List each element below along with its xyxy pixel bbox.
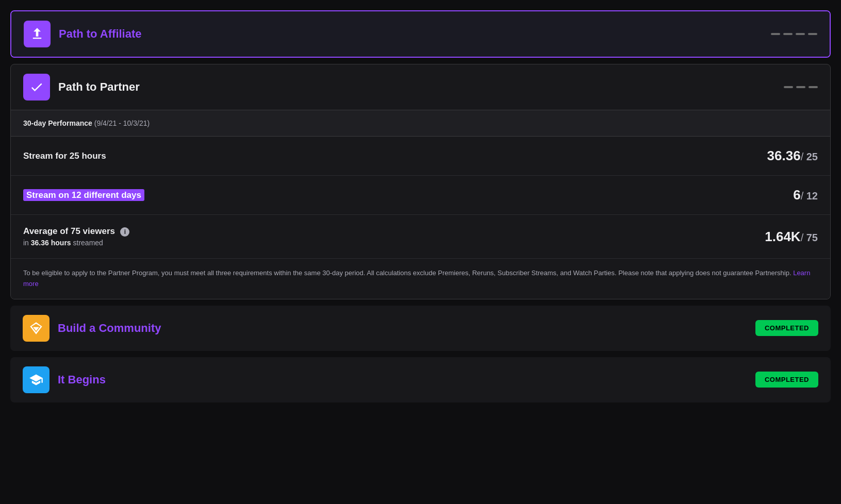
partner-title: Path to Partner — [58, 80, 776, 94]
performance-section: 30-day Performance (9/4/21 - 10/3/21) — [11, 110, 830, 137]
community-title: Build a Community — [58, 322, 747, 335]
metrics-container: Stream for 25 hours 36.36/ 25 Stream on … — [11, 137, 830, 258]
pdot-3 — [809, 86, 818, 88]
community-icon — [23, 315, 50, 342]
begins-completed-badge: COMPLETED — [755, 372, 818, 388]
metric-stream-days-label: Stream on 12 different days — [23, 190, 144, 200]
arrow-up-icon — [30, 27, 44, 41]
partner-icon — [23, 74, 50, 100]
affiliate-title: Path to Affiliate — [59, 27, 763, 41]
graduation-icon — [29, 373, 43, 387]
metric-stream-hours-label: Stream for 25 hours — [23, 151, 106, 161]
dot-4 — [808, 33, 817, 35]
affiliate-header: Path to Affiliate — [11, 11, 830, 57]
path-to-affiliate-card: Path to Affiliate — [10, 10, 831, 58]
affiliate-icon — [24, 21, 51, 47]
partner-dots — [784, 86, 818, 88]
begins-icon — [23, 366, 50, 393]
metric-avg-viewers-sub: in 36.36 hours streamed — [23, 239, 129, 247]
path-to-partner-card: Path to Partner 30-day Performance (9/4/… — [10, 64, 831, 299]
metric-avg-viewers-label: Average of 75 viewers i — [23, 226, 129, 237]
dot-3 — [796, 33, 805, 35]
partner-header: Path to Partner — [11, 64, 830, 110]
begins-title: It Begins — [58, 373, 747, 387]
community-completed-badge: COMPLETED — [755, 320, 818, 336]
metric-stream-hours: Stream for 25 hours 36.36/ 25 — [11, 137, 830, 176]
metric-avg-viewers-label-group: Average of 75 viewers i in 36.36 hours s… — [23, 226, 129, 247]
info-icon[interactable]: i — [120, 227, 129, 237]
dot-1 — [771, 33, 780, 35]
dot-2 — [783, 33, 793, 35]
gem-icon — [29, 321, 43, 335]
metric-avg-viewers-value: 1.64K/ 75 — [765, 229, 818, 245]
metric-stream-days-value: 6/ 12 — [793, 187, 818, 203]
community-header: Build a Community COMPLETED — [10, 306, 831, 351]
begins-header: It Begins COMPLETED — [10, 357, 831, 402]
affiliate-dots — [771, 33, 817, 35]
metric-stream-days: Stream on 12 different days 6/ 12 — [11, 176, 830, 215]
pdot-1 — [784, 86, 793, 88]
it-begins-card: It Begins COMPLETED — [10, 357, 831, 402]
build-community-card: Build a Community COMPLETED — [10, 306, 831, 351]
checkmark-icon — [29, 80, 44, 94]
disclaimer-section: To be eligible to apply to the Partner P… — [11, 258, 830, 299]
pdot-2 — [796, 86, 805, 88]
performance-label: 30-day Performance (9/4/21 - 10/3/21) — [23, 119, 150, 127]
metric-stream-hours-value: 36.36/ 25 — [767, 148, 818, 164]
metric-avg-viewers: Average of 75 viewers i in 36.36 hours s… — [11, 215, 830, 258]
